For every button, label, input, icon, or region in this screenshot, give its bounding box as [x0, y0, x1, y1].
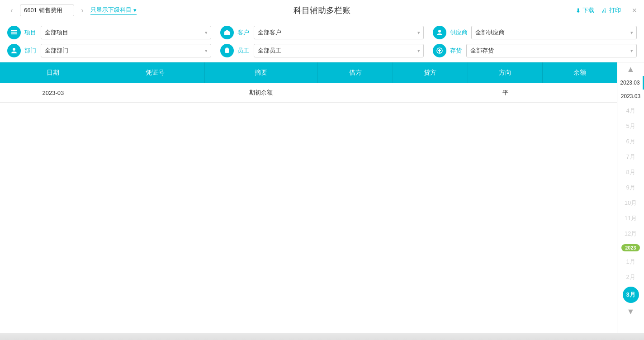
main-content: 日期 凭证号 摘要 借方 贷方 方向 余额 2023-03 期初余额	[0, 62, 644, 333]
col-voucher: 凭证号	[106, 62, 204, 83]
col-balance: 余额	[543, 62, 617, 83]
inventory-icon	[433, 44, 446, 57]
inventory-label: 存货	[450, 47, 463, 55]
employee-icon	[220, 44, 234, 57]
filter-inventory-row: 存货 全部存货 ▾	[433, 44, 637, 57]
sidebar-month-10[interactable]: 10月	[617, 195, 644, 211]
cell-balance	[543, 83, 617, 103]
table-area[interactable]: 日期 凭证号 摘要 借方 贷方 方向 余额 2023-03 期初余额	[0, 62, 617, 333]
inventory-select-wrapper: 全部存货 ▾	[466, 44, 637, 57]
svg-rect-2	[11, 33, 17, 34]
show-sub-select[interactable]: 只显示下级科目 ▾	[90, 6, 137, 15]
customer-label: 客户	[237, 28, 250, 37]
department-select-wrapper: 全部部门 ▾	[41, 44, 211, 57]
right-sidebar: ▲ 2023.03 2023.03 4月 5月 6月 7月 8月 9月 10月 …	[617, 62, 644, 333]
cell-debit	[318, 83, 393, 103]
svg-rect-1	[11, 32, 17, 33]
filter-bar: 项目 全部项目 ▾ 客户 全部客户 ▾	[0, 21, 644, 62]
filter-department-row: 部门 全部部门 ▾	[7, 44, 211, 57]
sidebar-period-top-2[interactable]: 2023.03	[617, 90, 644, 103]
table-header-row: 日期 凭证号 摘要 借方 贷方 方向 余额	[0, 62, 617, 83]
cell-direction: 平	[468, 83, 543, 103]
filter-customer-row: 客户 全部客户 ▾	[220, 26, 424, 39]
supplier-label: 供应商	[450, 28, 468, 37]
cell-voucher	[106, 83, 204, 103]
sidebar-month-6[interactable]: 6月	[617, 134, 644, 149]
sidebar-month-1[interactable]: 1月	[617, 254, 644, 269]
account-code-display: 6601 销售费用	[20, 5, 74, 16]
svg-rect-0	[11, 30, 17, 31]
svg-rect-3	[226, 33, 228, 35]
sidebar-month-7[interactable]: 7月	[617, 149, 644, 165]
filter-employee-row: 员工 全部员工 ▾	[220, 44, 424, 57]
filter-supplier-row: 供应商 全部供应商 ▾	[433, 26, 637, 39]
download-icon: ⬇	[576, 7, 581, 14]
project-select-wrapper: 全部项目 ▾	[41, 26, 211, 39]
sidebar-period-top-1[interactable]: 2023.03	[617, 76, 644, 90]
sidebar-month-5[interactable]: 5月	[617, 118, 644, 134]
download-button[interactable]: ⬇ 下载	[576, 6, 594, 14]
col-credit: 贷方	[393, 62, 468, 83]
project-icon	[7, 26, 21, 39]
show-sub-arrow-icon: ▾	[133, 7, 137, 14]
sidebar-month-11[interactable]: 11月	[617, 211, 644, 226]
print-icon: 🖨	[601, 7, 607, 14]
customer-select-wrapper: 全部客户 ▾	[254, 26, 424, 39]
cell-date: 2023-03	[0, 83, 106, 103]
main-window: ‹ 6601 销售费用 › 只显示下级科目 ▾ 科目辅助多栏账 ⬇ 下载 🖨 打…	[0, 0, 644, 340]
table-row: 2023-03 期初余额 平	[0, 83, 617, 103]
department-icon	[7, 44, 21, 57]
nav-prev-button[interactable]: ‹	[7, 6, 16, 15]
col-summary: 摘要	[204, 62, 318, 83]
sidebar-month-12[interactable]: 12月	[617, 226, 644, 241]
print-label: 打印	[609, 6, 621, 14]
filter-project-row: 项目 全部项目 ▾	[7, 26, 211, 39]
page-title: 科目辅助多栏账	[294, 5, 350, 16]
sidebar-month-2[interactable]: 2月	[617, 269, 644, 285]
col-debit: 借方	[318, 62, 393, 83]
col-date: 日期	[0, 62, 106, 83]
nav-next-button[interactable]: ›	[78, 6, 87, 15]
employee-select[interactable]: 全部员工	[254, 44, 424, 57]
download-label: 下载	[582, 6, 594, 14]
titlebar-left: ‹ 6601 销售费用 › 只显示下级科目 ▾	[7, 5, 137, 16]
project-label: 项目	[24, 28, 37, 37]
supplier-select-wrapper: 全部供应商 ▾	[471, 26, 637, 39]
bottom-scrollbar[interactable]	[0, 333, 644, 340]
titlebar: ‹ 6601 销售费用 › 只显示下级科目 ▾ 科目辅助多栏账 ⬇ 下载 🖨 打…	[0, 0, 644, 21]
year-badge: 2023	[621, 244, 639, 251]
employee-label: 员工	[237, 47, 250, 55]
department-label: 部门	[24, 47, 37, 55]
project-select[interactable]: 全部项目	[41, 26, 211, 39]
customer-select[interactable]: 全部客户	[254, 26, 424, 39]
department-select[interactable]: 全部部门	[41, 44, 211, 57]
print-button[interactable]: 🖨 打印	[601, 6, 621, 14]
supplier-select[interactable]: 全部供应商	[471, 26, 637, 39]
sidebar-month-4[interactable]: 4月	[617, 103, 644, 118]
employee-select-wrapper: 全部员工 ▾	[254, 44, 424, 57]
show-sub-label: 只显示下级科目	[90, 6, 132, 14]
cell-summary: 期初余额	[204, 83, 318, 103]
svg-rect-7	[226, 47, 228, 49]
sidebar-month-3-selected[interactable]: 3月	[623, 287, 639, 303]
sidebar-scroll-down-button[interactable]: ▼	[622, 305, 640, 318]
cell-credit	[393, 83, 468, 103]
sidebar-scroll-up-button[interactable]: ▲	[622, 62, 640, 76]
inventory-select[interactable]: 全部存货	[466, 44, 637, 57]
svg-point-5	[13, 48, 15, 51]
titlebar-right: ⬇ 下载 🖨 打印 ×	[576, 6, 637, 15]
sidebar-month-9[interactable]: 9月	[617, 180, 644, 195]
svg-point-4	[438, 30, 441, 33]
col-direction: 方向	[468, 62, 543, 83]
data-table: 日期 凭证号 摘要 借方 贷方 方向 余额 2023-03 期初余额	[0, 62, 617, 103]
close-button[interactable]: ×	[632, 6, 637, 15]
sidebar-month-8[interactable]: 8月	[617, 165, 644, 180]
customer-icon	[220, 26, 234, 39]
supplier-icon	[433, 26, 446, 39]
